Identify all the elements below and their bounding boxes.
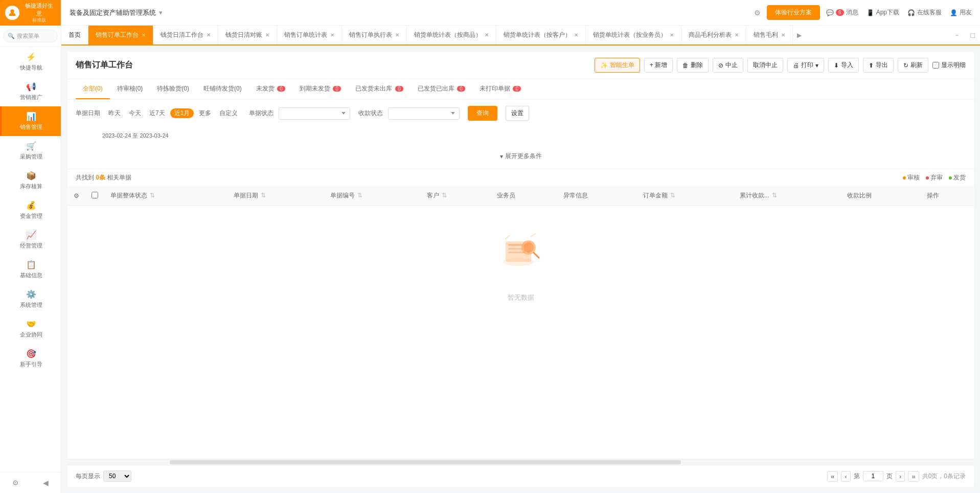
first-page-button[interactable]: « xyxy=(827,471,838,482)
sub-tab-wangpu[interactable]: 旺铺待发货(0) xyxy=(196,79,249,99)
tab-close-icon[interactable]: ✕ xyxy=(485,32,489,38)
tab-more-button[interactable]: ▶ xyxy=(793,27,806,44)
select-all-checkbox[interactable] xyxy=(92,192,98,198)
show-detail-checkbox-area[interactable]: 显示明细 xyxy=(932,61,966,70)
sub-tab-shipped-out[interactable]: 已发货已出库 0 xyxy=(411,79,472,99)
sidebar-item-basic[interactable]: 📋 基础信息 xyxy=(0,255,61,284)
tab-close-icon[interactable]: ✕ xyxy=(781,32,785,38)
tab-sales-stat-staff[interactable]: 销货单统计表（按业务员） ✕ xyxy=(586,26,681,44)
ship-action[interactable]: 发货 xyxy=(949,173,966,182)
tab-close-icon[interactable]: ✕ xyxy=(670,32,674,38)
tab-cash-daily[interactable]: 钱货日清工作台 ✕ xyxy=(153,26,218,44)
tab-close-icon[interactable]: ✕ xyxy=(574,32,578,38)
tab-sales-profit[interactable]: 销售毛利 ✕ xyxy=(746,26,793,44)
tab-close-icon[interactable]: ✕ xyxy=(330,32,334,38)
print-button[interactable]: 🖨 打印 ▾ xyxy=(787,58,824,73)
receipt-filter-select[interactable] xyxy=(388,107,460,120)
tab-sales-exec[interactable]: 销售订单执行表 ✕ xyxy=(342,26,407,44)
online-service-button[interactable]: 🎧 在线客服 xyxy=(907,8,942,17)
page-size-select[interactable]: 10 20 50 100 xyxy=(103,470,131,482)
svg-rect-4 xyxy=(508,248,523,250)
refresh-button[interactable]: ↻ 刷新 xyxy=(898,58,928,73)
show-detail-checkbox[interactable] xyxy=(932,62,939,69)
delete-button[interactable]: 🗑 删除 xyxy=(677,58,709,73)
tab-sales-stat-product[interactable]: 销货单统计表（按商品） ✕ xyxy=(407,26,496,44)
tab-sales-stat-customer[interactable]: 销货单统计表（按客户） ✕ xyxy=(496,26,586,44)
expand-filter-button[interactable]: ▾ 展开更多条件 xyxy=(496,150,546,163)
tab-close-icon[interactable]: ✕ xyxy=(207,32,211,38)
tab-cash-reconcile[interactable]: 钱货日清对账 ✕ xyxy=(218,26,277,44)
tab-sales-workbench[interactable]: 销售订单工作台 ✕ xyxy=(88,26,153,44)
sidebar-item-operation[interactable]: 📈 经营管理 xyxy=(0,225,61,255)
checkbox-col-header[interactable] xyxy=(85,186,104,206)
status-filter-select[interactable] xyxy=(279,107,350,120)
solution-button[interactable]: 体验行业方案 xyxy=(767,5,820,20)
app-download-button[interactable]: 📱 App下载 xyxy=(867,8,899,17)
sidebar-item-marketing[interactable]: 📢 营销推广 xyxy=(0,77,61,106)
sub-tab-shipped-not-out[interactable]: 已发货未出库 0 xyxy=(348,79,410,99)
tab-close-icon[interactable]: ✕ xyxy=(735,32,739,38)
import-button[interactable]: ⬇ 导入 xyxy=(828,58,859,73)
date-col-header[interactable]: 单据日期 ⇅ xyxy=(227,186,324,206)
date-option-7days[interactable]: 近7天 xyxy=(146,108,168,119)
date-option-custom[interactable]: 自定义 xyxy=(216,108,241,119)
review-action[interactable]: 审核 xyxy=(903,173,920,182)
sub-tab-not-shipped[interactable]: 未发货 0 xyxy=(249,79,292,99)
cancel-review-action[interactable]: 弃审 xyxy=(926,173,943,182)
date-option-1month[interactable]: 近1月 xyxy=(170,108,194,118)
sidebar-item-inventory[interactable]: 📦 库存核算 xyxy=(0,166,61,195)
status-col-header[interactable]: 单据整体状态 ⇅ xyxy=(104,186,227,206)
sub-tab-pending-inspect[interactable]: 待拣验货(0) xyxy=(150,79,196,99)
filter-settings-button[interactable]: 设置 xyxy=(506,106,529,121)
number-col-header[interactable]: 单据编号 ⇅ xyxy=(324,186,421,206)
add-button[interactable]: + 新增 xyxy=(644,58,673,73)
tab-maximize-button[interactable]: □ xyxy=(966,27,980,43)
message-button[interactable]: 💬 6 消息 xyxy=(826,8,858,17)
sub-tab-overdue[interactable]: 到期未发货 0 xyxy=(292,79,348,99)
import-icon: ⬇ xyxy=(834,62,839,69)
export-button[interactable]: ⬆ 导出 xyxy=(863,58,894,73)
horizontal-scrollbar[interactable] xyxy=(67,459,974,465)
sub-tab-all[interactable]: 全部(0) xyxy=(76,79,110,99)
sidebar-item-sales[interactable]: 📊 销售管理 xyxy=(0,106,61,136)
tab-minimize-button[interactable]: － xyxy=(948,27,966,44)
scrollbar-thumb[interactable] xyxy=(170,460,681,464)
date-option-more[interactable]: 更多 xyxy=(196,108,214,119)
sub-tab-not-printed[interactable]: 未打印单据 0 xyxy=(472,79,528,99)
sidebar-item-enterprise[interactable]: 🤝 企业协同 xyxy=(0,314,61,344)
tab-close-icon[interactable]: ✕ xyxy=(395,32,399,38)
query-button[interactable]: 查询 xyxy=(468,106,497,121)
tab-close-icon[interactable]: ✕ xyxy=(265,32,269,38)
date-option-yesterday[interactable]: 昨天 xyxy=(105,108,124,119)
topbar-gear-icon[interactable]: ⚙ xyxy=(754,9,761,17)
received-col-header[interactable]: 累计收款... ⇅ xyxy=(734,186,841,206)
sidebar-item-purchase[interactable]: 🛒 采购管理 xyxy=(0,136,61,166)
system-dropdown-icon[interactable]: ▾ xyxy=(159,9,163,16)
ai-generate-button[interactable]: ✨ 智能生单 xyxy=(595,58,640,73)
amount-col-header[interactable]: 订单金额 ⇅ xyxy=(637,186,734,206)
suspend-button[interactable]: ⊘ 中止 xyxy=(713,58,743,73)
cancel-suspend-button[interactable]: 取消中止 xyxy=(747,58,783,73)
sidebar-settings-button[interactable]: ⚙ xyxy=(10,477,21,489)
settings-col-header[interactable]: ⚙ xyxy=(67,186,85,206)
customer-col-header[interactable]: 客户 ⇅ xyxy=(421,186,491,206)
date-option-today[interactable]: 今天 xyxy=(126,108,144,119)
sidebar-item-system[interactable]: ⚙️ 系统管理 xyxy=(0,284,61,314)
salesperson-col-header[interactable]: 业务员 xyxy=(491,186,557,206)
page-size-label: 每页显示 xyxy=(76,472,100,481)
search-menu-button[interactable]: 🔍 搜索菜单 xyxy=(3,30,58,42)
next-page-button[interactable]: › xyxy=(896,471,905,482)
page-number-input[interactable] xyxy=(863,471,883,481)
sidebar-item-newbie[interactable]: 🎯 新手引导 xyxy=(0,344,61,373)
sidebar-item-quick-nav[interactable]: ⚡ 快捷导航 xyxy=(0,47,61,77)
sidebar-collapse-button[interactable]: ◀ xyxy=(41,477,51,489)
tab-home[interactable]: 首页 xyxy=(61,26,88,44)
prev-page-button[interactable]: ‹ xyxy=(841,471,850,482)
tab-sales-stat[interactable]: 销售订单统计表 ✕ xyxy=(277,26,342,44)
sidebar-item-finance[interactable]: 💰 资金管理 xyxy=(0,195,61,225)
tab-close-icon[interactable]: ✕ xyxy=(142,32,146,38)
last-page-button[interactable]: » xyxy=(908,471,919,482)
tab-gross-profit[interactable]: 商品毛利分析表 ✕ xyxy=(681,26,746,44)
sub-tab-pending-review[interactable]: 待审核(0) xyxy=(110,79,150,99)
user-menu-button[interactable]: 👤 用友 xyxy=(950,8,972,17)
